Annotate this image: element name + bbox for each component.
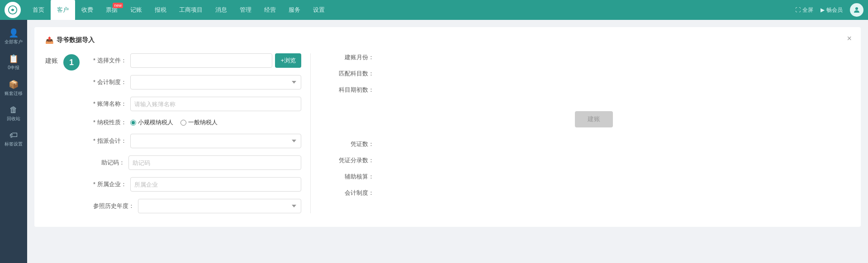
tax-nature-small-radio[interactable]: 小规模纳税人 <box>130 118 173 127</box>
subject-init-label: 科目期初数： <box>338 86 374 94</box>
voucher-count-row: 凭证数： <box>338 140 850 148</box>
aux-accounting-row: 辅助核算： <box>338 173 850 181</box>
nav-services[interactable]: 服务 <box>282 0 307 20</box>
owner-company-input[interactable] <box>130 177 301 192</box>
app-logo[interactable] <box>5 2 21 18</box>
owner-company-label: * 所属企业： <box>93 180 127 188</box>
migrate-icon: 📦 <box>9 80 19 89</box>
sidebar-item-tags[interactable]: 🏷 标签设置 <box>0 127 27 150</box>
right-accounting-system-row: 会计制度： <box>338 189 850 197</box>
sidebar: 👤 全部客户 📋 0申报 📦 账套迁移 🗑 回收站 🏷 标签设置 <box>0 20 27 263</box>
nav-management[interactable]: 管理 <box>233 0 258 20</box>
svg-point-1 <box>855 7 858 10</box>
voucher-entries-row: 凭证分录数： <box>338 156 850 164</box>
import-icon: 📤 <box>45 36 54 44</box>
nav-customers[interactable]: 客户 <box>51 0 75 20</box>
declaration-icon: 📋 <box>9 54 19 64</box>
import-dialog: 📤 导爷数据导入 × 建账 1 * 选择文件： <box>34 27 861 227</box>
step-label: 建账 <box>45 53 58 65</box>
file-label: * 选择文件： <box>93 56 127 65</box>
memo-code-label: 助记码： <box>93 159 125 167</box>
nav-business[interactable]: 工商项目 <box>173 0 209 20</box>
accounting-system-row: * 会计制度： <box>93 75 301 89</box>
accounting-system-label: * 会计制度： <box>93 78 127 86</box>
dialog-title-row: 📤 导爷数据导入 <box>45 36 850 44</box>
nav-menu: 首页 客户 收费 票据 new 记账 报税 工商项目 消息 管理 经营 服务 设… <box>26 0 795 20</box>
aux-accounting-label: 辅助核算： <box>338 173 374 181</box>
step-section: 建账 1 <box>45 53 80 213</box>
tax-nature-label: * 纳税性质： <box>93 118 127 127</box>
nav-messages[interactable]: 消息 <box>209 0 233 20</box>
avatar[interactable] <box>850 3 863 17</box>
memo-code-row: 助记码： <box>93 155 301 170</box>
top-navigation: 首页 客户 收费 票据 new 记账 报税 工商项目 消息 管理 经营 服务 设… <box>0 0 868 20</box>
nav-right-section: ⛶ 全屏 ▶ 畅会员 <box>795 3 863 17</box>
ledger-name-input[interactable] <box>130 97 301 111</box>
browse-button[interactable]: +浏览 <box>275 53 301 68</box>
file-input[interactable] <box>130 53 273 68</box>
dialog-title: 导爷数据导入 <box>57 36 95 44</box>
tax-nature-row: * 纳税性质： 小规模纳税人 一般纳税人 <box>93 118 301 127</box>
assign-accountant-row: * 指派会计： <box>93 134 301 148</box>
tax-nature-general-radio[interactable]: 一般纳税人 <box>180 118 218 127</box>
main-content: 📤 导爷数据导入 × 建账 1 * 选择文件： <box>27 20 868 263</box>
step-badge: 1 <box>63 54 80 70</box>
subject-init-row: 科目期初数： <box>338 86 850 94</box>
file-row: * 选择文件： +浏览 <box>93 53 301 68</box>
member-btn[interactable]: ▶ 畅会员 <box>821 6 843 14</box>
right-accounting-system-label: 会计制度： <box>338 189 374 197</box>
main-layout: 👤 全部客户 📋 0申报 📦 账套迁移 🗑 回收站 🏷 标签设置 📤 导爷数据导… <box>0 20 868 263</box>
nav-bookkeeping[interactable]: 记账 <box>124 0 148 20</box>
form-center: * 选择文件： +浏览 * 会计制度： <box>93 53 301 213</box>
new-badge: new <box>113 3 123 8</box>
ref-year-label: 参照历史年度： <box>93 202 134 210</box>
build-month-label: 建账月份： <box>338 53 374 61</box>
nav-operations[interactable]: 经营 <box>258 0 282 20</box>
build-month-row: 建账月份： <box>338 53 850 61</box>
sidebar-item-zero-declaration[interactable]: 📋 0申报 <box>0 50 27 74</box>
tag-icon: 🏷 <box>9 131 18 140</box>
ledger-name-label: * 账簿名称： <box>93 100 127 108</box>
assign-accountant-select[interactable] <box>130 134 301 148</box>
member-icon: ▶ <box>821 7 825 13</box>
build-account-button[interactable]: 建账 <box>575 111 613 127</box>
file-input-row: +浏览 <box>130 53 301 68</box>
ref-year-select[interactable] <box>138 199 301 213</box>
match-subjects-row: 匹配科目数： <box>338 70 850 78</box>
sidebar-item-all-customers[interactable]: 👤 全部客户 <box>0 24 27 48</box>
nav-tax[interactable]: 报税 <box>148 0 173 20</box>
voucher-entries-label: 凭证分录数： <box>338 156 374 164</box>
voucher-count-label: 凭证数： <box>338 140 374 148</box>
form-right: 建账月份： 匹配科目数： 科目期初数： 建账 凭证 <box>338 53 850 213</box>
nav-home[interactable]: 首页 <box>26 0 51 20</box>
tax-nature-radio-group: 小规模纳税人 一般纳税人 <box>130 118 218 127</box>
trash-icon: 🗑 <box>9 105 18 115</box>
ref-year-row: 参照历史年度： <box>93 199 301 213</box>
nav-settings[interactable]: 设置 <box>307 0 331 20</box>
accounting-system-select[interactable] <box>130 75 301 89</box>
fullscreen-icon: ⛶ <box>795 7 801 13</box>
memo-code-input[interactable] <box>128 155 301 170</box>
ledger-name-row: * 账簿名称： <box>93 97 301 111</box>
sidebar-item-migrate[interactable]: 📦 账套迁移 <box>0 76 27 100</box>
close-button[interactable]: × <box>847 34 852 42</box>
nav-invoices[interactable]: 票据 new <box>100 0 124 20</box>
owner-company-row: * 所属企业： <box>93 177 301 192</box>
form-layout: 建账 1 * 选择文件： +浏览 <box>45 53 850 213</box>
match-subjects-label: 匹配科目数： <box>338 70 374 78</box>
assign-accountant-label: * 指派会计： <box>93 137 127 145</box>
nav-fees[interactable]: 收费 <box>75 0 100 20</box>
vertical-divider <box>310 53 311 213</box>
fullscreen-btn[interactable]: ⛶ 全屏 <box>795 6 813 14</box>
customers-icon: 👤 <box>9 28 19 38</box>
sidebar-item-recycle[interactable]: 🗑 回收站 <box>0 102 27 125</box>
